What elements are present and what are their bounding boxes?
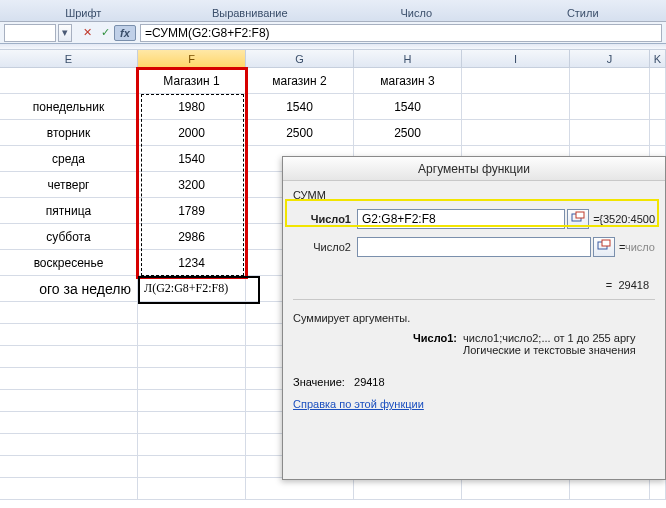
cell[interactable] bbox=[0, 390, 138, 412]
table-row: понедельник 1980 1540 1540 bbox=[0, 94, 666, 120]
ribbon-group-font[interactable]: Шрифт bbox=[0, 7, 167, 21]
name-box[interactable] bbox=[4, 24, 56, 42]
cell[interactable]: вторник bbox=[0, 120, 138, 146]
cell[interactable] bbox=[138, 368, 246, 390]
active-cell[interactable]: Л(G2:G8+F2:F8) bbox=[138, 276, 246, 302]
cell[interactable]: 2000 bbox=[138, 120, 246, 146]
cell[interactable] bbox=[138, 346, 246, 368]
fx-icon: fx bbox=[120, 27, 130, 39]
cell[interactable] bbox=[138, 324, 246, 346]
cell[interactable] bbox=[570, 94, 650, 120]
column-header[interactable]: G bbox=[246, 50, 354, 68]
formula-cancel-button[interactable]: ✕ bbox=[78, 24, 96, 42]
cell[interactable] bbox=[0, 324, 138, 346]
cell[interactable]: 3200 bbox=[138, 172, 246, 198]
cell[interactable]: 1234 bbox=[138, 250, 246, 276]
arg1-label: Число1 bbox=[293, 213, 357, 225]
cell[interactable] bbox=[138, 390, 246, 412]
cell[interactable]: пятница bbox=[0, 198, 138, 224]
cell[interactable] bbox=[0, 368, 138, 390]
equals-sign: = bbox=[589, 213, 599, 225]
cell[interactable]: понедельник bbox=[0, 94, 138, 120]
cell[interactable] bbox=[138, 434, 246, 456]
function-help-link[interactable]: Справка по этой функции bbox=[293, 398, 424, 410]
cell[interactable] bbox=[138, 456, 246, 478]
cell[interactable] bbox=[138, 412, 246, 434]
cell[interactable] bbox=[0, 68, 138, 94]
name-box-dropdown[interactable]: ▾ bbox=[58, 24, 72, 42]
cell[interactable] bbox=[138, 302, 246, 324]
svg-rect-1 bbox=[576, 212, 584, 218]
cell[interactable]: 1980 bbox=[138, 94, 246, 120]
cell[interactable] bbox=[462, 68, 570, 94]
cell[interactable] bbox=[0, 302, 138, 324]
cell[interactable] bbox=[462, 94, 570, 120]
cell[interactable] bbox=[650, 68, 666, 94]
cell[interactable]: четверг bbox=[0, 172, 138, 198]
column-header[interactable]: E bbox=[0, 50, 138, 68]
result-value-row: Значение: 29418 bbox=[293, 376, 655, 388]
column-header[interactable]: F bbox=[138, 50, 246, 68]
check-icon: ✓ bbox=[101, 26, 110, 39]
insert-function-button[interactable]: fx bbox=[114, 25, 136, 41]
ribbon-group-number[interactable]: Число bbox=[333, 7, 500, 21]
cell[interactable] bbox=[0, 346, 138, 368]
argument-description: Число1: число1;число2;... от 1 до 255 ар… bbox=[293, 332, 655, 356]
formula-enter-button[interactable]: ✓ bbox=[96, 24, 114, 42]
cell[interactable]: ого за неделю bbox=[0, 276, 138, 302]
cell[interactable] bbox=[650, 94, 666, 120]
cell[interactable]: Магазин 1 bbox=[138, 68, 246, 94]
column-header-row: E F G H I J K bbox=[0, 50, 666, 68]
argdesc-text: число1;число2;... от 1 до 255 арг­у Логи… bbox=[463, 332, 655, 356]
ref-edit-icon bbox=[571, 211, 585, 227]
dialog-title[interactable]: Аргументы функции bbox=[283, 157, 665, 181]
cell[interactable]: 2500 bbox=[354, 120, 462, 146]
arg2-input[interactable] bbox=[357, 237, 591, 257]
column-header[interactable]: K bbox=[650, 50, 666, 68]
cell[interactable] bbox=[0, 478, 138, 500]
cell[interactable] bbox=[462, 120, 570, 146]
argument-row: Число2 = число bbox=[293, 235, 655, 259]
table-row bbox=[0, 478, 666, 500]
column-header[interactable]: J bbox=[570, 50, 650, 68]
cell[interactable]: 1540 bbox=[138, 146, 246, 172]
cell[interactable] bbox=[0, 412, 138, 434]
cell[interactable] bbox=[138, 478, 246, 500]
cell[interactable] bbox=[0, 456, 138, 478]
cell[interactable]: суббота bbox=[0, 224, 138, 250]
svg-rect-3 bbox=[602, 240, 610, 246]
cell[interactable]: 1789 bbox=[138, 198, 246, 224]
formula-input[interactable]: =СУММ(G2:G8+F2:F8) bbox=[140, 24, 662, 42]
ref-edit-button[interactable] bbox=[593, 237, 615, 257]
argdesc-label: Число1: bbox=[293, 332, 463, 356]
cell[interactable]: среда bbox=[0, 146, 138, 172]
column-header[interactable]: I bbox=[462, 50, 570, 68]
cell[interactable]: 1540 bbox=[246, 94, 354, 120]
value-label: Значение: bbox=[293, 376, 345, 388]
ribbon-group-alignment[interactable]: Выравнивание bbox=[167, 7, 334, 21]
cell[interactable]: магазин 3 bbox=[354, 68, 462, 94]
cell[interactable] bbox=[354, 478, 462, 500]
cell[interactable]: магазин 2 bbox=[246, 68, 354, 94]
function-arguments-dialog[interactable]: Аргументы функции СУММ Число1 = {3520:45… bbox=[282, 156, 666, 480]
ribbon-group-styles[interactable]: Стили bbox=[500, 7, 667, 21]
column-header[interactable]: H bbox=[354, 50, 462, 68]
cell[interactable]: 2986 bbox=[138, 224, 246, 250]
cell[interactable] bbox=[462, 478, 570, 500]
cell[interactable] bbox=[570, 68, 650, 94]
cell[interactable]: 2500 bbox=[246, 120, 354, 146]
cell[interactable] bbox=[570, 478, 650, 500]
formula-total: = 29418 bbox=[293, 279, 649, 291]
cell[interactable] bbox=[0, 434, 138, 456]
close-icon: ✕ bbox=[83, 26, 92, 39]
ref-edit-button[interactable] bbox=[567, 209, 589, 229]
cell[interactable]: 1540 bbox=[354, 94, 462, 120]
cell[interactable] bbox=[246, 478, 354, 500]
arg2-result-placeholder: число bbox=[625, 241, 655, 253]
arg1-input[interactable] bbox=[357, 209, 565, 229]
table-row: вторник 2000 2500 2500 bbox=[0, 120, 666, 146]
cell[interactable]: воскресенье bbox=[0, 250, 138, 276]
cell[interactable] bbox=[650, 478, 666, 500]
cell[interactable] bbox=[570, 120, 650, 146]
cell[interactable] bbox=[650, 120, 666, 146]
